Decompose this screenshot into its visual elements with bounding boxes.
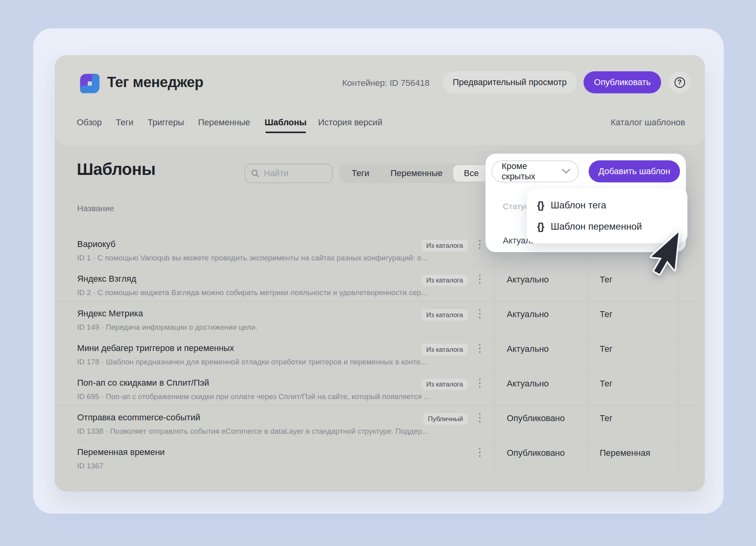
table-row[interactable]: Поп-ап со скидками в Сплит/Пэй ID 695 · … bbox=[55, 371, 705, 406]
tab-templates[interactable]: Шаблоны bbox=[265, 117, 307, 128]
type-cell: Тег bbox=[600, 309, 612, 319]
kebab-menu-icon[interactable]: ⋮ bbox=[474, 307, 485, 320]
table-row[interactable]: Яндекс Взгляд ID 2 · С помощью виджета В… bbox=[55, 267, 705, 302]
question-icon: ? bbox=[674, 77, 685, 88]
segment-tags[interactable]: Теги bbox=[341, 165, 380, 182]
template-name[interactable]: Яндекс Метрика bbox=[77, 308, 143, 319]
tab-tags[interactable]: Теги bbox=[116, 117, 133, 128]
header-strip bbox=[55, 55, 705, 145]
kebab-menu-icon[interactable]: ⋮ bbox=[474, 446, 485, 459]
template-description: ID 1 · С помощью Varioqub вы можете пров… bbox=[77, 254, 428, 262]
status-cell: Актуально bbox=[507, 309, 549, 319]
page-title: Шаблоны bbox=[77, 160, 156, 179]
template-description: ID 2 · С помощью виджета Взгляда можно с… bbox=[77, 288, 427, 297]
braces-icon: {} bbox=[537, 200, 544, 211]
source-badge: Из каталога bbox=[421, 344, 468, 355]
table-row[interactable]: Яндекс Метрика ID 149 · Передача информа… bbox=[55, 302, 705, 336]
help-button[interactable]: ? bbox=[669, 71, 691, 93]
source-badge: Из каталога bbox=[421, 240, 468, 251]
template-description: ID 1367 bbox=[77, 462, 104, 470]
template-description: ID 1338 · Позволяет отправлять события e… bbox=[77, 427, 428, 436]
chevron-down-icon bbox=[562, 169, 570, 174]
tag-manager-window: Тег менеджер Контейнер: ID 756418 Предва… bbox=[55, 55, 705, 492]
menu-item-tag-template[interactable]: {} Шаблон тега bbox=[527, 195, 687, 216]
status-cell: Актуально bbox=[507, 344, 549, 354]
type-filter-segmented-control: Теги Переменные Все bbox=[339, 163, 484, 183]
kebab-menu-icon[interactable]: ⋮ bbox=[474, 377, 485, 389]
template-description: ID 149 · Передача информации о достижени… bbox=[77, 323, 258, 332]
template-catalog-link[interactable]: Каталог шаблонов bbox=[611, 117, 685, 128]
source-badge: Публичный bbox=[423, 413, 468, 425]
column-header-name: Название bbox=[77, 204, 114, 213]
container-id-label: Контейнер: ID 756418 bbox=[342, 78, 430, 88]
publish-button[interactable]: Опубликовать bbox=[584, 71, 661, 93]
segment-variables[interactable]: Переменные bbox=[380, 165, 453, 182]
type-cell: Переменная bbox=[600, 448, 650, 458]
page: Тег менеджер Контейнер: ID 756418 Предва… bbox=[0, 0, 756, 546]
kebab-menu-icon[interactable]: ⋮ bbox=[474, 342, 485, 355]
segment-all[interactable]: Все bbox=[453, 165, 489, 182]
tab-variables[interactable]: Переменные bbox=[198, 117, 250, 128]
column-header-status: Статус bbox=[503, 202, 529, 211]
search-input[interactable] bbox=[263, 168, 322, 179]
kebab-menu-icon[interactable]: ⋮ bbox=[474, 273, 485, 285]
table-row[interactable]: Переменная времени ID 1367 ⋮ Опубликован… bbox=[55, 440, 705, 477]
type-cell: Тег bbox=[600, 275, 612, 285]
kebab-menu-icon[interactable]: ⋮ bbox=[474, 238, 485, 251]
search-icon bbox=[251, 169, 259, 178]
add-template-button[interactable]: Добавить шаблон bbox=[589, 160, 680, 182]
status-cell: Актуально bbox=[507, 379, 549, 389]
template-name[interactable]: Мини дебагер триггеров и переменных bbox=[77, 343, 234, 353]
template-name[interactable]: Отправка ecommerce-событий bbox=[77, 412, 200, 423]
preview-button[interactable]: Предварительный просмотр bbox=[443, 71, 577, 93]
source-badge: Из каталога bbox=[421, 379, 468, 390]
table-row[interactable]: Отправка ecommerce-событий ID 1338 · Поз… bbox=[55, 406, 705, 440]
template-description: ID 178 · Шаблон предназначен для временн… bbox=[77, 358, 427, 366]
tab-version-history[interactable]: История версий bbox=[318, 117, 382, 128]
mouse-cursor-icon bbox=[639, 227, 689, 280]
visibility-filter-value: Кроме скрытых bbox=[502, 161, 562, 182]
type-cell: Тег bbox=[600, 379, 612, 389]
braces-icon: {} bbox=[537, 221, 544, 232]
status-cell: Опубликовано bbox=[507, 448, 565, 458]
visibility-filter-dropdown[interactable]: Кроме скрытых bbox=[491, 160, 579, 182]
template-description: ID 695 · Поп-ап с отображением скидки пр… bbox=[77, 392, 430, 401]
template-name[interactable]: Вариокуб bbox=[77, 239, 115, 249]
status-cell: Опубликовано bbox=[507, 413, 565, 423]
tab-triggers[interactable]: Триггеры bbox=[148, 117, 184, 128]
template-name[interactable]: Поп-ап со скидками в Сплит/Пэй bbox=[77, 378, 209, 388]
tag-manager-logo bbox=[79, 72, 101, 95]
app-title: Тег менеджер bbox=[107, 74, 203, 91]
type-cell: Тег bbox=[600, 344, 612, 354]
template-name[interactable]: Яндекс Взгляд bbox=[77, 274, 136, 284]
search-field[interactable] bbox=[245, 163, 333, 183]
kebab-menu-icon[interactable]: ⋮ bbox=[474, 411, 485, 424]
type-cell: Тег bbox=[600, 413, 612, 423]
status-cell: Актуально bbox=[507, 275, 549, 285]
table-row[interactable]: Мини дебагер триггеров и переменных ID 1… bbox=[55, 336, 705, 371]
template-name[interactable]: Переменная времени bbox=[77, 447, 165, 457]
tab-overview[interactable]: Обзор bbox=[77, 117, 102, 128]
source-badge: Из каталога bbox=[421, 309, 468, 321]
source-badge: Из каталога bbox=[421, 275, 468, 286]
